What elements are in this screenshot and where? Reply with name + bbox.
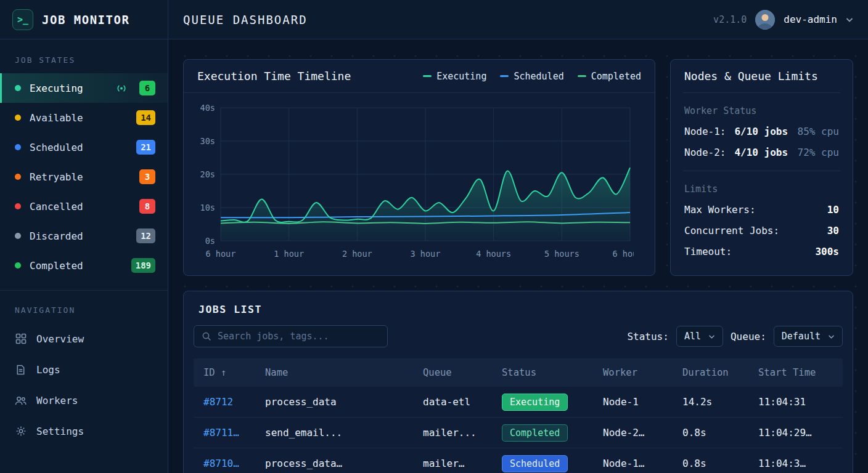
- legend-item-executing: Executing: [423, 71, 486, 82]
- node-cpu: 72% cpu: [798, 147, 839, 158]
- jobs-table-body: #8712process_datadata-etlExecutingNode-1…: [194, 387, 843, 473]
- state-dot: [15, 144, 21, 150]
- jobs-list-title: JOBS LIST: [194, 304, 843, 315]
- nav-item-logs[interactable]: Logs: [0, 354, 168, 385]
- legend-item-completed: Completed: [578, 71, 641, 82]
- state-label: Retryable: [30, 171, 131, 183]
- legend-item-scheduled: Scheduled: [500, 71, 563, 82]
- sidebar-state-retryable[interactable]: Retryable3: [0, 162, 168, 192]
- sidebar-state-scheduled[interactable]: Scheduled21: [0, 132, 168, 162]
- sidebar-state-discarded[interactable]: Discarded12: [0, 221, 168, 251]
- queue-filter-select[interactable]: Default: [774, 326, 843, 347]
- limit-label: Concurrent Jobs:: [684, 225, 779, 236]
- svg-text:2 hour: 2 hour: [342, 249, 372, 259]
- svg-text:1 hour: 1 hour: [274, 249, 304, 259]
- timeline-card-title: Execution Time Timeline: [197, 70, 351, 83]
- limit-row: Timeout:300s: [684, 246, 839, 257]
- search-input[interactable]: [218, 331, 380, 342]
- sidebar-state-executing[interactable]: Executing6: [0, 73, 168, 103]
- limit-row: Max Workers:10: [684, 204, 839, 216]
- table-row[interactable]: #8710…process_data…mailer…ScheduledNode-…: [194, 448, 843, 473]
- worker-node-row: Node-1:6/10 jobs85% cpu: [684, 126, 839, 137]
- legend-label: Scheduled: [514, 71, 563, 82]
- job-status-badge: Completed: [502, 424, 568, 442]
- state-dot: [15, 85, 21, 91]
- nav-item-workers[interactable]: Workers: [0, 385, 168, 416]
- avatar[interactable]: [755, 10, 775, 30]
- node-jobs: 4/10 jobs: [734, 147, 788, 158]
- job-id-link[interactable]: #8711…: [203, 427, 265, 439]
- job-status-badge: Scheduled: [502, 455, 568, 472]
- job-worker: Node-1: [603, 396, 682, 408]
- column-header-starttime[interactable]: Start Time: [758, 367, 843, 378]
- content-row: JOB STATES Executing6Available14Schedule…: [0, 39, 868, 473]
- nav-label: Overview: [36, 333, 84, 345]
- chart-legend: ExecutingScheduledCompleted: [423, 71, 641, 82]
- column-header-name[interactable]: Name: [265, 367, 423, 378]
- chart-area: 0s10s20s30s40s6 hour1 hour2 hour3 hour4 …: [184, 93, 655, 267]
- table-row[interactable]: #8711…send_email...mailer...CompletedNod…: [194, 418, 843, 448]
- state-dot: [15, 203, 21, 209]
- terminal-logo-icon: >_: [12, 9, 33, 30]
- node-jobs: 6/10 jobs: [734, 126, 788, 137]
- job-queue: data-etl: [423, 396, 502, 408]
- user-menu-label[interactable]: dev-admin: [784, 14, 837, 25]
- legend-label: Executing: [436, 71, 486, 82]
- state-count-badge: 21: [136, 140, 155, 155]
- node-cpu: 85% cpu: [798, 126, 839, 137]
- job-name: send_email...: [265, 427, 423, 439]
- column-header-queue[interactable]: Queue: [423, 367, 502, 378]
- node-name: Node-2:: [684, 147, 726, 158]
- nodes-card-title: Nodes & Queue Limits: [683, 60, 840, 93]
- execution-timeline-chart: 0s10s20s30s40s6 hour1 hour2 hour3 hour4 …: [191, 99, 634, 264]
- job-id-link[interactable]: #8710…: [203, 458, 265, 469]
- column-header-duration[interactable]: Duration: [682, 367, 758, 378]
- column-header-worker[interactable]: Worker: [603, 367, 682, 378]
- state-dot: [15, 174, 21, 180]
- limit-value: 30: [827, 225, 839, 236]
- sidebar-divider: [0, 290, 168, 291]
- sidebar-state-available[interactable]: Available14: [0, 103, 168, 132]
- state-count-badge: 12: [136, 228, 155, 243]
- legend-color-dash: [578, 75, 586, 77]
- state-count-badge: 8: [139, 199, 155, 214]
- job-queue: mailer…: [423, 458, 502, 469]
- job-status-badge: Executing: [502, 394, 568, 411]
- column-header-status[interactable]: Status: [502, 367, 603, 378]
- column-header-id[interactable]: ID ↑: [203, 367, 265, 378]
- job-id-link[interactable]: #8712: [203, 396, 265, 408]
- worker-node-rows: Node-1:6/10 jobs85% cpuNode-2:4/10 jobs7…: [683, 126, 840, 158]
- nav-item-settings[interactable]: Settings: [0, 416, 168, 447]
- queue-filter-label: Queue:: [731, 331, 766, 342]
- limit-rows: Max Workers:10Concurrent Jobs:30Timeout:…: [683, 204, 840, 257]
- svg-text:40s: 40s: [200, 103, 215, 113]
- status-filter-select[interactable]: All: [676, 326, 723, 347]
- limit-row: Concurrent Jobs:30: [684, 225, 839, 236]
- svg-text:5 hours: 5 hours: [544, 249, 579, 259]
- navigation-section-label: NAVIGATION: [0, 305, 168, 315]
- svg-text:6 hour: 6 hour: [206, 249, 236, 259]
- main-area: Execution Time Timeline ExecutingSchedul…: [168, 39, 868, 473]
- table-row[interactable]: #8712process_datadata-etlExecutingNode-1…: [194, 387, 843, 418]
- app-title: JOB MONITOR: [42, 13, 129, 26]
- state-count-badge: 6: [139, 81, 155, 95]
- state-count-badge: 189: [131, 258, 155, 273]
- job-worker: Node-1…: [603, 458, 682, 469]
- state-label: Discarded: [30, 230, 128, 242]
- chevron-down-icon[interactable]: [846, 17, 853, 22]
- status-filter-value: All: [684, 331, 701, 342]
- legend-color-dash: [500, 75, 509, 77]
- sidebar-state-cancelled[interactable]: Cancelled8: [0, 192, 168, 221]
- nav-item-overview[interactable]: Overview: [0, 323, 168, 354]
- svg-text:10s: 10s: [200, 203, 215, 212]
- nodes-divider: [683, 171, 840, 171]
- state-label: Executing: [30, 83, 106, 94]
- sidebar-state-completed[interactable]: Completed189: [0, 251, 168, 280]
- search-icon: [202, 331, 211, 341]
- svg-text:30s: 30s: [200, 136, 215, 146]
- jobs-table-header: ID ↑NameQueueStatusWorkerDurationStart T…: [194, 358, 843, 387]
- svg-text:0s: 0s: [205, 236, 215, 246]
- job-start-time: 11:04:31: [758, 396, 843, 408]
- nodes-card: Nodes & Queue Limits Worker Status Node-…: [670, 59, 853, 276]
- state-count-badge: 3: [139, 169, 155, 184]
